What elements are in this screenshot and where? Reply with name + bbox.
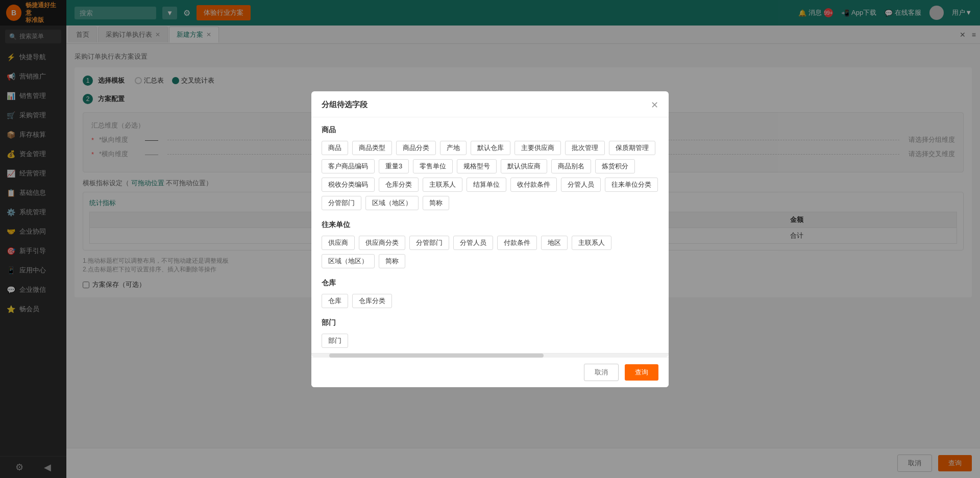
tag-department[interactable]: 部门 xyxy=(322,334,348,348)
field-section-department: 部门 部门 xyxy=(322,318,658,348)
modal-cancel-button[interactable]: 取消 xyxy=(584,364,619,381)
tag-customer-code[interactable]: 客户商品编码 xyxy=(322,159,375,173)
modal-body: 商品 商品 商品类型 商品分类 产地 默认仓库 主要供应商 批次管理 保质期管理… xyxy=(311,117,669,353)
tag-product[interactable]: 商品 xyxy=(322,141,348,155)
tag-product-category[interactable]: 商品分类 xyxy=(396,141,436,155)
modal-header: 分组待选字段 ✕ xyxy=(311,91,669,117)
tag-supplier[interactable]: 供应商 xyxy=(322,236,355,250)
field-section-product: 商品 商品 商品类型 商品分类 产地 默认仓库 主要供应商 批次管理 保质期管理… xyxy=(322,125,658,210)
tag-dept[interactable]: 分管部门 xyxy=(409,236,449,250)
tag-default-supplier[interactable]: 默认供应商 xyxy=(501,159,547,173)
field-section-product-title: 商品 xyxy=(322,125,658,135)
tag-spec-model[interactable]: 规格型号 xyxy=(457,159,497,173)
tag-warehouse[interactable]: 仓库 xyxy=(322,294,348,308)
modal-overlay[interactable]: 分组待选字段 ✕ 商品 商品 商品类型 商品分类 产地 默认仓库 主要供应商 批… xyxy=(0,0,980,478)
field-section-department-title: 部门 xyxy=(322,318,658,328)
modal-confirm-button[interactable]: 查询 xyxy=(625,364,658,381)
tag-supervisor2[interactable]: 分管人员 xyxy=(453,236,493,250)
tag-origin[interactable]: 产地 xyxy=(440,141,467,155)
tag-area[interactable]: 地区 xyxy=(541,236,568,250)
tag-tax-code[interactable]: 税收分类编码 xyxy=(322,178,375,192)
tag-product-alias[interactable]: 商品别名 xyxy=(551,159,591,173)
field-tags-warehouse: 仓库 仓库分类 xyxy=(322,294,658,308)
tag-supervisor[interactable]: 分管人员 xyxy=(561,178,601,192)
tag-main-supplier[interactable]: 主要供应商 xyxy=(514,141,561,155)
tag-weight3[interactable]: 重量3 xyxy=(379,159,409,173)
modal-close-button[interactable]: ✕ xyxy=(651,99,658,111)
field-tags-department: 部门 xyxy=(322,334,658,348)
tag-default-warehouse[interactable]: 默认仓库 xyxy=(471,141,510,155)
tag-mgmt-dept[interactable]: 分管部门 xyxy=(322,196,361,210)
tag-short-name[interactable]: 简称 xyxy=(423,196,449,210)
tag-shelf-life[interactable]: 保质期管理 xyxy=(609,141,655,155)
field-section-warehouse-title: 仓库 xyxy=(322,279,658,288)
tag-batch-mgmt[interactable]: 批次管理 xyxy=(565,141,605,155)
tag-product-type[interactable]: 商品类型 xyxy=(352,141,392,155)
tag-warehouse-category[interactable]: 仓库分类 xyxy=(379,178,419,192)
tag-settlement-unit[interactable]: 结算单位 xyxy=(467,178,506,192)
field-section-counterpart-title: 往来单位 xyxy=(322,220,658,230)
modal-hscrollbar-thumb[interactable] xyxy=(329,354,544,358)
tag-region2[interactable]: 区域（地区） xyxy=(322,254,375,268)
tag-counterpart-category[interactable]: 往来单位分类 xyxy=(605,178,658,192)
tag-payment-terms[interactable]: 收付款条件 xyxy=(510,178,557,192)
modal-hscrollbar[interactable] xyxy=(311,353,669,357)
modal-dialog: 分组待选字段 ✕ 商品 商品 商品类型 商品分类 产地 默认仓库 主要供应商 批… xyxy=(311,91,669,387)
field-section-warehouse: 仓库 仓库 仓库分类 xyxy=(322,279,658,308)
field-tags-product: 商品 商品类型 商品分类 产地 默认仓库 主要供应商 批次管理 保质期管理 客户… xyxy=(322,141,658,210)
field-section-counterpart: 往来单位 供应商 供应商分类 分管部门 分管人员 付款条件 地区 主联系人 区域… xyxy=(322,220,658,268)
tag-region[interactable]: 区域（地区） xyxy=(365,196,419,210)
field-tags-counterpart: 供应商 供应商分类 分管部门 分管人员 付款条件 地区 主联系人 区域（地区） … xyxy=(322,236,658,268)
tag-main-contact2[interactable]: 主联系人 xyxy=(572,236,611,250)
tag-warehouse-cat[interactable]: 仓库分类 xyxy=(352,294,392,308)
tag-main-contact[interactable]: 主联系人 xyxy=(423,178,462,192)
modal-title: 分组待选字段 xyxy=(322,100,368,110)
modal-footer: 取消 查询 xyxy=(311,357,669,387)
tag-payment-cond[interactable]: 付款条件 xyxy=(497,236,537,250)
tag-lian-points[interactable]: 炼货积分 xyxy=(595,159,635,173)
tag-retail-unit[interactable]: 零售单位 xyxy=(413,159,453,173)
tag-short-name2[interactable]: 简称 xyxy=(379,254,405,268)
tag-supplier-category[interactable]: 供应商分类 xyxy=(359,236,405,250)
